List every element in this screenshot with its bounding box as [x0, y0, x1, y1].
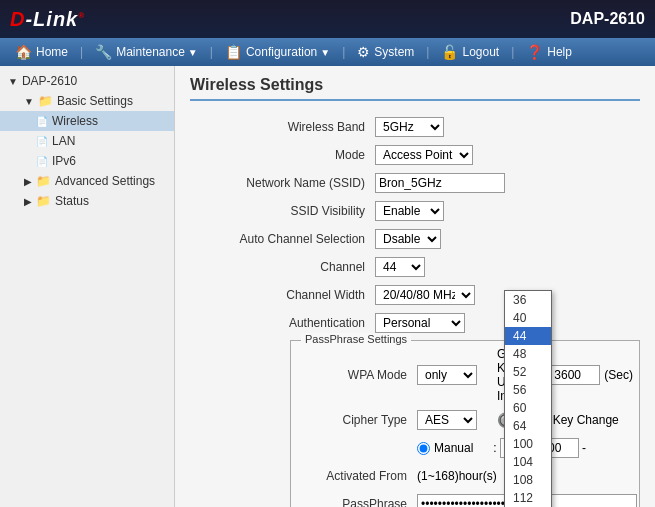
wpa-mode-control: only auto [417, 365, 477, 385]
sidebar-item-wireless[interactable]: 📄 Wireless [0, 111, 174, 131]
channel-dropdown[interactable]: 36 40 44 48 52 56 60 64 100 104 108 112 … [504, 290, 552, 507]
channel-option-48[interactable]: 48 [505, 345, 551, 363]
time-range-label: (1~168)hour(s) [417, 469, 497, 483]
nav-logout[interactable]: 🔓 Logout [431, 41, 509, 63]
content-inner: Wireless Settings Wireless Band 5GHz 2.4… [190, 76, 640, 507]
nav-system[interactable]: ⚙ System [347, 41, 424, 63]
home-icon: 🏠 [15, 44, 32, 60]
channel-option-52[interactable]: 52 [505, 363, 551, 381]
channel-option-44[interactable]: 44 [505, 327, 551, 345]
passphrase-row: PassPhrase [297, 493, 633, 507]
sidebar-root[interactable]: ▼ DAP-2610 [0, 71, 174, 91]
activated-from-label: Activated From [297, 469, 417, 483]
sidebar-advanced-settings[interactable]: ▶ 📁 Advanced Settings [0, 171, 174, 191]
mode-row: Mode Access Point WDS [190, 144, 640, 166]
auto-channel-select[interactable]: Dsable Enable [375, 229, 441, 249]
network-name-label: Network Name (SSID) [190, 176, 375, 190]
wireless-band-label: Wireless Band [190, 120, 375, 134]
basic-settings-label: Basic Settings [57, 94, 133, 108]
authentication-row: Authentication Personal Enterprise [190, 312, 640, 334]
authentication-select[interactable]: Personal Enterprise [375, 313, 465, 333]
status-folder-icon: 📁 [36, 194, 51, 208]
sidebar-status[interactable]: ▶ 📁 Status [0, 191, 174, 211]
ipv6-page-icon: 📄 [36, 156, 48, 167]
ssid-input[interactable] [375, 173, 505, 193]
network-name-control [375, 173, 505, 193]
channel-row: Channel 44 [190, 256, 640, 278]
system-icon: ⚙ [357, 44, 370, 60]
channel-select[interactable]: 44 [375, 257, 425, 277]
wpa-mode-select[interactable]: only auto [417, 365, 477, 385]
status-arrow-icon: ▶ [24, 196, 32, 207]
sidebar-root-label: DAP-2610 [22, 74, 77, 88]
mode-label: Mode [190, 148, 375, 162]
page-title: Wireless Settings [190, 76, 640, 101]
channel-option-104[interactable]: 104 [505, 453, 551, 471]
auto-channel-row: Auto Channel Selection Dsable Enable [190, 228, 640, 250]
cipher-type-label: Cipher Type [297, 413, 417, 427]
nav-configuration[interactable]: 📋 Configuration ▼ [215, 41, 340, 63]
channel-width-select[interactable]: 20/40/80 MHz 20 MHz [375, 285, 475, 305]
wpa-mode-row: WPA Mode only auto Group Key Update Inte… [297, 347, 633, 403]
mode-control: Access Point WDS [375, 145, 473, 165]
channel-width-row: Channel Width 20/40/80 MHz 20 MHz [190, 284, 640, 306]
wireless-band-row: Wireless Band 5GHz 2.4GHz [190, 116, 640, 138]
nav-help[interactable]: ❓ Help [516, 41, 582, 63]
channel-option-56[interactable]: 56 [505, 381, 551, 399]
sidebar-item-ipv6[interactable]: 📄 IPv6 [0, 151, 174, 171]
advanced-folder-icon: 📁 [36, 174, 51, 188]
nav-home[interactable]: 🏠 Home [5, 41, 78, 63]
sidebar-basic-settings[interactable]: ▼ 📁 Basic Settings [0, 91, 174, 111]
mode-select[interactable]: Access Point WDS [375, 145, 473, 165]
channel-option-112[interactable]: 112 [505, 489, 551, 507]
activated-from-row: Activated From (1~168)hour(s) [297, 465, 633, 487]
navbar: 🏠 Home | 🔧 Maintenance ▼ | 📋 Configurati… [0, 38, 655, 66]
basic-settings-folder-icon: 📁 [38, 94, 53, 108]
root-arrow-icon: ▼ [8, 76, 18, 87]
channel-option-60[interactable]: 60 [505, 399, 551, 417]
auto-channel-label: Auto Channel Selection [190, 232, 375, 246]
logo-text: D-Link® [10, 8, 85, 31]
model-name: DAP-2610 [570, 10, 645, 28]
cipher-type-row: Cipher Type AES TKIP 🔘 odical Key Change [297, 409, 633, 431]
content: Wireless Settings Wireless Band 5GHz 2.4… [175, 66, 655, 507]
colon1: : [493, 441, 496, 455]
configuration-icon: 📋 [225, 44, 242, 60]
channel-control: 44 [375, 257, 425, 277]
logo-trademark: ® [78, 11, 85, 20]
auto-channel-control: Dsable Enable [375, 229, 441, 249]
wpa-mode-label: WPA Mode [297, 368, 417, 382]
ssid-visibility-row: SSID Visibility Enable Disable [190, 200, 640, 222]
header: D-Link® DAP-2610 [0, 0, 655, 38]
manual-row: Manual : : - [297, 437, 633, 459]
nav-maintenance[interactable]: 🔧 Maintenance ▼ [85, 41, 208, 63]
lan-label: LAN [52, 134, 75, 148]
ipv6-label: IPv6 [52, 154, 76, 168]
channel-option-40[interactable]: 40 [505, 309, 551, 327]
channel-option-64[interactable]: 64 [505, 417, 551, 435]
channel-option-100[interactable]: 100 [505, 435, 551, 453]
sidebar: ▼ DAP-2610 ▼ 📁 Basic Settings 📄 Wireless… [0, 66, 175, 507]
channel-option-36[interactable]: 36 [505, 291, 551, 309]
authentication-label: Authentication [190, 316, 375, 330]
ssid-visibility-select[interactable]: Enable Disable [375, 201, 444, 221]
group-key-input[interactable] [550, 365, 600, 385]
channel-label: Channel [190, 260, 375, 274]
channel-option-108[interactable]: 108 [505, 471, 551, 489]
wireless-band-select[interactable]: 5GHz 2.4GHz [375, 117, 444, 137]
passphrase-section: PassPhrase Settings WPA Mode only auto G… [290, 340, 640, 507]
advanced-settings-label: Advanced Settings [55, 174, 155, 188]
sidebar-item-lan[interactable]: 📄 LAN [0, 131, 174, 151]
ssid-visibility-label: SSID Visibility [190, 204, 375, 218]
passphrase-section-title: PassPhrase Settings [301, 333, 411, 345]
channel-width-control: 20/40/80 MHz 20 MHz [375, 285, 475, 305]
main-layout: ▼ DAP-2610 ▼ 📁 Basic Settings 📄 Wireless… [0, 66, 655, 507]
manual-radio[interactable] [417, 442, 430, 455]
cipher-type-select[interactable]: AES TKIP [417, 410, 477, 430]
group-key-sec: (Sec) [604, 368, 633, 382]
colon3: - [582, 441, 586, 455]
advanced-arrow-icon: ▶ [24, 176, 32, 187]
manual-text: Manual [434, 441, 473, 455]
basic-settings-arrow-icon: ▼ [24, 96, 34, 107]
manual-control: Manual [417, 441, 473, 455]
